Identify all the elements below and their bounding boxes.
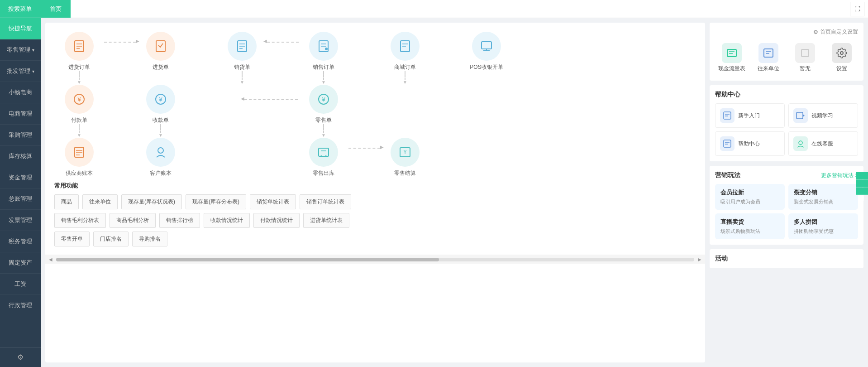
- sidebar-label-fixed-assets: 固定资产: [9, 259, 32, 267]
- svg-point-29: [158, 148, 163, 153]
- float-btn-desktop[interactable]: 桌面快捷: [856, 188, 868, 195]
- func-btn-goods-profit[interactable]: 商品毛利分析: [110, 213, 156, 228]
- quick-nav-grid: 现金流量表 往来单位 暂无: [715, 40, 858, 75]
- sidebar-item-retail[interactable]: 零售管理 ▾: [0, 39, 41, 61]
- func-btn-receipt-stats[interactable]: 收款情况统计: [204, 213, 250, 228]
- payment-in-label: 收款单: [153, 116, 169, 124]
- video-icon: [793, 108, 808, 123]
- svg-text:¥: ¥: [158, 96, 162, 103]
- help-item-center[interactable]: 帮助中心: [715, 131, 785, 156]
- mall-order-icon: [391, 32, 420, 61]
- sidebar-item-wholesale[interactable]: 批发管理 ▾: [0, 61, 41, 82]
- marketing-card-group-desc: 拼团购物享受优惠: [794, 228, 853, 235]
- sidebar-item-tax[interactable]: 税务管理: [0, 231, 41, 252]
- help-item-service[interactable]: 在线客服: [788, 131, 858, 156]
- svg-rect-44: [724, 112, 731, 119]
- func-btn-payment-stats[interactable]: 付款情况统计: [253, 213, 300, 228]
- settings-nav-label: 设置: [836, 65, 847, 72]
- sidebar-item-fixed-assets[interactable]: 固定资产: [0, 252, 41, 274]
- purchase-order-node[interactable]: 进货订单: [54, 32, 104, 71]
- retail-out-node[interactable]: 零售出库: [299, 138, 348, 177]
- retail-settlement-icon: ¥: [391, 138, 420, 167]
- settings-icon[interactable]: ⚙: [17, 353, 24, 361]
- scroll-right-btn[interactable]: ▶: [696, 257, 703, 262]
- home-tab[interactable]: 首页: [41, 0, 71, 18]
- search-menu-btn[interactable]: 搜索菜单: [0, 0, 41, 18]
- workflow-section: 进货订单 ▶ 进货单: [45, 23, 705, 182]
- payment-out-icon: ¥: [65, 85, 94, 114]
- sidebar-item-ledger[interactable]: 总账管理: [0, 188, 41, 210]
- payment-in-node[interactable]: ¥ 收款单: [136, 85, 186, 124]
- fullscreen-btn[interactable]: ⛶: [850, 2, 864, 16]
- sidebar-item-inventory[interactable]: 库存核算: [0, 146, 41, 167]
- func-btn-purchase-stats[interactable]: 进货单统计表: [303, 213, 349, 228]
- marketing-card-live[interactable]: 直播卖货 场景式购物新玩法: [715, 213, 785, 239]
- func-btn-guide-rank[interactable]: 导购排名: [132, 232, 167, 246]
- payment-out-node[interactable]: ¥ 付款单: [54, 85, 104, 124]
- customize-label[interactable]: 首页自定义设置: [820, 28, 858, 36]
- float-buttons: 客服热线 服务社区 桌面快捷: [856, 172, 868, 195]
- svg-rect-39: [764, 49, 773, 57]
- sales-order-node[interactable]: 销售订单: [299, 32, 348, 71]
- supplier-account-node[interactable]: 供应商账本: [54, 138, 104, 177]
- customer-account-node[interactable]: 客户账本: [136, 138, 186, 177]
- marketing-card-fission[interactable]: 裂变分销 裂变式发展分销商: [788, 184, 858, 210]
- func-btn-sales-rank[interactable]: 销售排行榜: [159, 213, 200, 228]
- func-btn-retail-order[interactable]: 零售开单: [54, 232, 90, 246]
- func-btn-sales-order-stats[interactable]: 销售订单统计表: [300, 194, 351, 209]
- sidebar-item-admin[interactable]: 行政管理: [0, 295, 41, 316]
- quick-nav-section: ⚙ 首页自定义设置 现金流量表 往来单位: [710, 23, 863, 81]
- scroll-left-btn[interactable]: ◀: [47, 257, 54, 262]
- partners-icon: [758, 43, 778, 63]
- sidebar-item-ecommerce-small[interactable]: 小畅电商: [0, 82, 41, 103]
- sidebar-item-invoice[interactable]: 发票管理: [0, 210, 41, 231]
- sidebar-item-funds[interactable]: 资金管理: [0, 167, 41, 188]
- quick-nav-partners[interactable]: 往来单位: [752, 40, 785, 75]
- service-icon: [793, 136, 808, 151]
- purchase-order-icon: [65, 32, 94, 61]
- retail-settlement-node[interactable]: ¥ 零售结算: [380, 138, 430, 177]
- func-btn-sales-stats[interactable]: 销货单统计表: [250, 194, 296, 209]
- sales-bill-node[interactable]: 销货单: [217, 32, 267, 71]
- marketing-grid: 会员拉新 吸引用户成为会员 裂变分销 裂变式发展分销商 直播卖货 场景式购物新玩…: [715, 184, 858, 239]
- quick-nav-settings[interactable]: 设置: [825, 40, 858, 75]
- quick-nav-none[interactable]: 暂无: [788, 40, 821, 75]
- sidebar-label-tax: 税务管理: [9, 237, 32, 246]
- marketing-card-member-title: 会员拉新: [720, 188, 779, 197]
- func-btn-sales-profit[interactable]: 销售毛利分析表: [54, 213, 106, 228]
- float-btn-service[interactable]: 客服热线: [856, 172, 868, 180]
- pos-icon: [472, 32, 501, 61]
- marketing-card-group[interactable]: 多人拼团 拼团购物享受优惠: [788, 213, 858, 239]
- func-btn-stock-dist[interactable]: 现存量(库存分布表): [186, 194, 246, 209]
- customize-gear-icon: ⚙: [813, 29, 818, 35]
- svg-marker-48: [803, 114, 805, 117]
- func-btn-store-rank[interactable]: 门店排名: [93, 232, 129, 246]
- purchase-bill-node[interactable]: 进货单: [136, 32, 186, 71]
- sidebar-item-purchase[interactable]: 采购管理: [0, 125, 41, 146]
- svg-rect-47: [796, 112, 803, 119]
- supplier-account-icon: [65, 138, 94, 167]
- sidebar-bottom: ⚙: [0, 347, 41, 367]
- func-btn-stock-status[interactable]: 现存量(库存状况表): [121, 194, 182, 209]
- help-item-beginner[interactable]: 新手入门: [715, 103, 785, 128]
- sidebar-item-quick-nav[interactable]: 快捷导航: [0, 18, 41, 39]
- help-item-video[interactable]: 视频学习: [788, 103, 858, 128]
- pos-node[interactable]: POS收银开单: [462, 32, 511, 71]
- mall-order-node[interactable]: 商城订单: [380, 32, 430, 71]
- cashflow-label: 现金流量表: [718, 65, 745, 72]
- float-btn-community[interactable]: 服务社区: [856, 180, 868, 188]
- sidebar-item-ecommerce[interactable]: 电商管理: [0, 103, 41, 125]
- marketing-more-btn[interactable]: 更多营销玩法 >: [821, 172, 858, 179]
- retail-order-node[interactable]: ¥ 零售单 ◀: [299, 85, 348, 124]
- quick-nav-cashflow[interactable]: 现金流量表: [715, 40, 748, 75]
- chevron-down-icon: ▾: [32, 48, 34, 53]
- sales-order-label: 销售订单: [313, 63, 334, 71]
- func-btn-partners[interactable]: 往来单位: [82, 194, 118, 209]
- marketing-card-member[interactable]: 会员拉新 吸引用户成为会员: [715, 184, 785, 210]
- func-btn-goods[interactable]: 商品: [54, 194, 79, 209]
- mall-order-label: 商城订单: [394, 63, 416, 71]
- scroll-track[interactable]: [56, 258, 694, 261]
- sidebar-item-label: 快捷导航: [9, 24, 32, 33]
- sidebar-item-salary[interactable]: 工资: [0, 274, 41, 295]
- purchase-order-label: 进货订单: [68, 63, 90, 71]
